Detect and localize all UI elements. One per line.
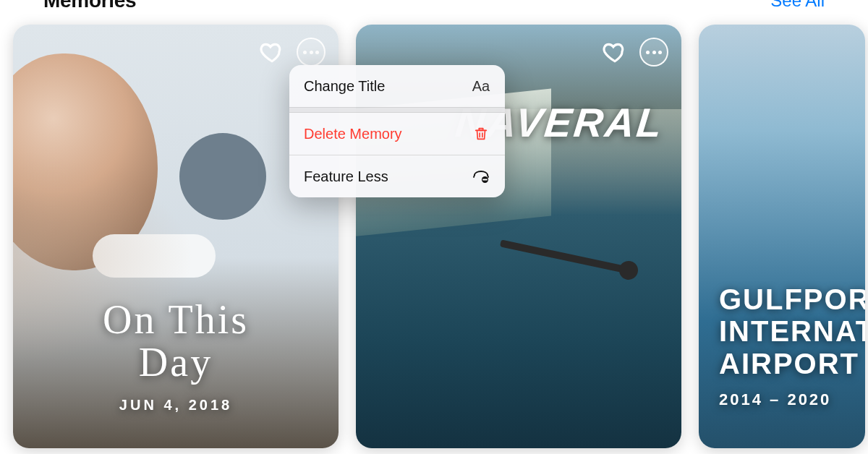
memory-title: On This Day JUN 4, 2018 (13, 299, 339, 414)
title-line: Day (13, 341, 339, 384)
menu-item-label: Delete Memory (304, 126, 402, 142)
title-line: On This (13, 299, 339, 341)
menu-item-label: Feature Less (304, 168, 388, 185)
memory-card[interactable]: GULFPORT INTERNAT AIRPORT 2014 – 2020 (699, 25, 865, 448)
memory-context-menu: Change Title Aa Delete Memory Feature Le… (289, 65, 505, 197)
menu-item-feature-less[interactable]: Feature Less (289, 155, 505, 197)
photo-placeholder (13, 53, 158, 270)
menu-item-change-title[interactable]: Change Title Aa (289, 65, 505, 107)
title-line: INTERNAT (719, 315, 865, 348)
favorite-icon[interactable] (600, 38, 629, 67)
text-style-icon: Aa (472, 77, 490, 95)
more-options-icon[interactable] (639, 38, 668, 67)
title-line: GULFPORT (719, 283, 865, 316)
menu-item-delete-memory[interactable]: Delete Memory (289, 113, 505, 155)
memories-header: Memories See All (43, 0, 825, 12)
menu-item-label: Change Title (304, 78, 385, 95)
photo-placeholder (93, 234, 216, 278)
section-title: Memories (43, 0, 136, 12)
see-all-link[interactable]: See All (770, 0, 825, 11)
memory-date: JUN 4, 2018 (13, 397, 339, 414)
memory-date: 2014 – 2020 (719, 390, 865, 409)
more-options-icon[interactable] (297, 38, 326, 67)
title-line: AIRPORT (719, 348, 865, 380)
feature-less-icon (472, 167, 490, 186)
photo-placeholder (179, 133, 266, 220)
trash-icon (472, 124, 490, 143)
card-actions (258, 38, 326, 67)
favorite-icon[interactable] (258, 38, 286, 67)
memory-title: GULFPORT INTERNAT AIRPORT 2014 – 2020 (719, 283, 865, 409)
menu-separator (289, 107, 505, 113)
photo-placeholder (500, 240, 629, 274)
card-actions (600, 38, 668, 67)
